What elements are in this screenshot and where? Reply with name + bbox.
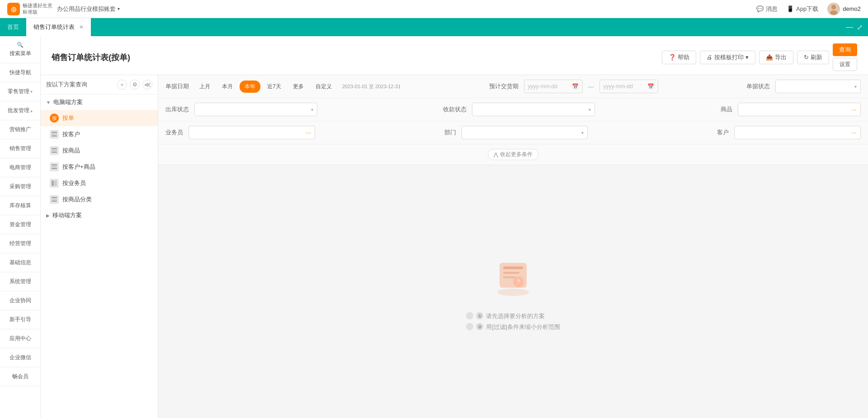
- sidebar-item-member[interactable]: 畅会员: [0, 367, 40, 386]
- scheme-item-by-customer[interactable]: 按客户: [41, 126, 158, 142]
- tab-bar: 首页 销售订单统计表 ✕ — ⤢: [0, 18, 868, 36]
- salesperson-more-icon[interactable]: ···: [306, 129, 311, 136]
- sidebar-item-app-center[interactable]: 应用中心: [0, 329, 40, 348]
- sidebar-item-operations[interactable]: 经营管理: [0, 234, 40, 253]
- scheme-group-label-pc: 电脑端方案: [53, 98, 83, 106]
- bill-status-select[interactable]: ▾: [775, 80, 861, 93]
- print-chevron-icon: ▾: [745, 54, 749, 61]
- tab-sales-stats-label: 销售订单统计表: [33, 23, 75, 31]
- sidebar-item-system[interactable]: 系统管理: [0, 272, 40, 291]
- tab-home[interactable]: 首页: [0, 18, 26, 36]
- empty-tip-2: ② 用[过滤]条件来缩小分析范围: [466, 323, 560, 331]
- filter-row-2: 出库状态 ▾ 收款状态 ▾ 商品: [158, 98, 868, 121]
- scheme-group-header-mobile[interactable]: ▶ 移动端方案: [41, 208, 158, 223]
- export-icon: 📤: [766, 54, 773, 61]
- date-range-display: 2023-01-01 至 2023-12-31: [342, 83, 401, 90]
- collection-chevron-icon: ▾: [589, 107, 591, 112]
- svg-rect-2: [52, 132, 57, 133]
- sidebar-item-sales[interactable]: 销售管理: [0, 139, 40, 158]
- department-select[interactable]: ▾: [462, 126, 588, 139]
- sidebar-item-enterprise[interactable]: 企业协同: [0, 291, 40, 310]
- sidebar-item-search-menu[interactable]: 🔍 搜索菜单: [0, 36, 40, 63]
- sidebar-arrow-wholesale: ▴: [30, 108, 33, 113]
- svg-rect-3: [52, 133, 57, 135]
- tab-sales-stats[interactable]: 销售订单统计表 ✕: [26, 18, 91, 36]
- filter-label-customer: 客户: [717, 128, 729, 137]
- expected-date-start[interactable]: yyyy-mm-dd 📅: [524, 80, 583, 93]
- svg-rect-18: [503, 266, 523, 269]
- date-btn-7days[interactable]: 近7天: [262, 81, 286, 93]
- sidebar-item-ecommerce[interactable]: 电商管理: [0, 158, 40, 177]
- calendar-end-icon: 📅: [647, 83, 654, 90]
- tab-minimize-icon[interactable]: —: [846, 23, 853, 31]
- message-label: 消息: [766, 5, 778, 13]
- date-btn-custom[interactable]: 自定义: [311, 81, 337, 93]
- sidebar-item-marketing[interactable]: 营销推广: [0, 120, 40, 139]
- page-content: 销售订单统计表(按单) ❓ 帮助 🖨 按模板打印 ▾ 📤 导出 ↻ 刷新: [41, 36, 868, 418]
- filter-label-delivery-status: 出库状态: [165, 105, 189, 114]
- settings-button[interactable]: 设置: [833, 58, 857, 71]
- sidebar-item-quick-nav[interactable]: 快捷导航: [0, 63, 40, 82]
- sidebar-item-wholesale[interactable]: 批发管理 ▴: [0, 101, 40, 120]
- search-icon: 🔍: [17, 42, 24, 48]
- sidebar-item-enterprise-wechat[interactable]: 企业微信: [0, 348, 40, 367]
- goods-input[interactable]: ···: [738, 103, 861, 116]
- app-download-button[interactable]: 📱 App下载: [787, 5, 818, 13]
- scheme-item-by-goods[interactable]: 按商品: [41, 142, 158, 159]
- main: 🔍 搜索菜单 快捷导航 零售管理 ▾ 批发管理 ▴ 营销推广 销售管理 电商管理…: [0, 36, 868, 418]
- scheme-add-icon[interactable]: ＋: [117, 80, 127, 90]
- svg-rect-5: [52, 148, 57, 149]
- avatar: [827, 3, 840, 15]
- scheme-collapse-icon[interactable]: ≪: [142, 80, 152, 90]
- tab-expand-icon[interactable]: ⤢: [857, 23, 863, 32]
- scheme-item-by-order[interactable]: 按 按单: [41, 110, 158, 126]
- scheme-item-icon-by-customer-goods: [50, 162, 59, 171]
- date-btn-this-year[interactable]: 本年: [240, 81, 260, 93]
- message-button[interactable]: 💬 消息: [756, 5, 778, 13]
- user-area[interactable]: demo2: [827, 3, 861, 15]
- date-btn-more[interactable]: 更多: [288, 81, 309, 93]
- scheme-panel: 按以下方案查询 ＋ ⚙ ≪ ▼ 电脑端方案 按: [41, 75, 158, 418]
- expected-date-end[interactable]: yyyy-mm-dd 📅: [599, 80, 658, 93]
- delivery-status-select[interactable]: ▾: [194, 103, 317, 116]
- refresh-button[interactable]: ↻ 刷新: [797, 51, 829, 64]
- page-header: 销售订单统计表(按单) ❓ 帮助 🖨 按模板打印 ▾ 📤 导出 ↻ 刷新: [41, 36, 868, 75]
- tab-bar-actions: — ⤢: [846, 23, 868, 32]
- empty-tips: ① 请先选择要分析的方案 ② 用[过滤]条件来缩小分析范围: [466, 312, 560, 334]
- svg-rect-10: [52, 168, 57, 169]
- customer-input[interactable]: ···: [734, 126, 861, 139]
- sidebar-item-basics[interactable]: 基础信息: [0, 253, 40, 272]
- scheme-item-by-customer-goods[interactable]: 按客户+商品: [41, 159, 158, 175]
- svg-point-16: [497, 289, 529, 296]
- export-button[interactable]: 📤 导出: [759, 51, 793, 64]
- collapse-button[interactable]: ⋀ 收起更多条件: [488, 149, 538, 160]
- scheme-item-icon-by-salesperson: [50, 179, 59, 188]
- goods-more-icon[interactable]: ···: [851, 106, 857, 113]
- customer-more-icon[interactable]: ···: [851, 129, 857, 136]
- scheme-settings-icon[interactable]: ⚙: [130, 80, 140, 90]
- scheme-item-icon-by-customer: [50, 130, 59, 139]
- sidebar-item-new-guide[interactable]: 新手引导: [0, 310, 40, 329]
- tab-close-icon[interactable]: ✕: [79, 24, 84, 30]
- help-button[interactable]: ❓ 帮助: [662, 51, 696, 64]
- sidebar-item-retail[interactable]: 零售管理 ▾: [0, 82, 40, 101]
- sidebar-item-purchase[interactable]: 采购管理: [0, 177, 40, 196]
- date-btn-this-month[interactable]: 本月: [217, 81, 238, 93]
- query-button[interactable]: 查询: [833, 43, 857, 56]
- date-btn-last-month[interactable]: 上月: [194, 81, 215, 93]
- svg-rect-20: [503, 276, 516, 278]
- scheme-group-header-pc[interactable]: ▼ 电脑端方案: [41, 95, 158, 110]
- scheme-item-by-salesperson[interactable]: 按业务员: [41, 175, 158, 191]
- scheme-item-icon-by-goods-category: [50, 195, 59, 204]
- workspace-selector[interactable]: 办公用品行业模拟账套 ▾: [57, 5, 120, 13]
- collection-status-select[interactable]: ▾: [472, 103, 595, 116]
- sidebar-item-finance[interactable]: 资金管理: [0, 215, 40, 234]
- print-template-button[interactable]: 🖨 按模板打印 ▾: [700, 51, 755, 64]
- top-bar-left: ◎ 畅捷通好生意 标准版 办公用品行业模拟账套 ▾: [7, 3, 120, 15]
- sidebar-item-inventory[interactable]: 库存核算: [0, 196, 40, 215]
- filter-label-collection-status: 收款状态: [443, 105, 467, 114]
- svg-rect-14: [52, 199, 57, 200]
- svg-point-0: [831, 5, 836, 10]
- salesperson-input[interactable]: ···: [189, 126, 315, 139]
- scheme-item-by-goods-category[interactable]: 按商品分类: [41, 191, 158, 208]
